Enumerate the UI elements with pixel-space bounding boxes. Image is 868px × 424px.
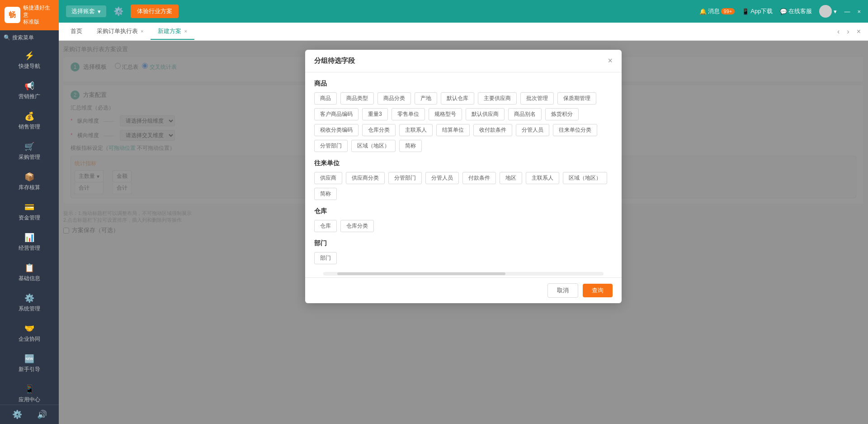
field-tag-税收分类编码[interactable]: 税收分类编码 — [314, 124, 359, 136]
modal-close-btn[interactable]: × — [608, 56, 613, 66]
topbar: 选择账套 ▾ ⚙️ 体验行业方案 🔔 消息 99+ 📱 App下载 💬 在线客服 — [59, 0, 868, 23]
sidebar-search[interactable]: 🔍 搜索菜单 — [0, 30, 59, 45]
sidebar-item-cooperation[interactable]: 🤝 企业协同 — [0, 318, 59, 348]
field-tag-规格型号[interactable]: 规格型号 — [429, 108, 462, 120]
main-content: 选择账套 ▾ ⚙️ 体验行业方案 🔔 消息 99+ 📱 App下载 💬 在线客服 — [59, 0, 868, 424]
field-group-warehouse-title: 仓库 — [314, 207, 613, 215]
field-group-warehouse: 仓库 仓库 仓库分类 — [314, 207, 613, 232]
field-tag-商品[interactable]: 商品 — [314, 92, 337, 105]
field-tag-付款条件[interactable]: 付款条件 — [462, 172, 496, 184]
tab-ctrl-prev[interactable]: ‹ — [835, 27, 842, 37]
confirm-button[interactable]: 查询 — [583, 284, 613, 297]
field-tag-重量3[interactable]: 重量3 — [362, 108, 388, 120]
sidebar-item-quick-nav[interactable]: ⚡ 快捷导航 — [0, 45, 59, 76]
field-tag-分管人员[interactable]: 分管人员 — [516, 124, 549, 136]
finance-icon: 💳 — [24, 202, 34, 212]
field-tag-商品别名[interactable]: 商品别名 — [508, 108, 542, 120]
field-tag-仓库[interactable]: 仓库 — [314, 220, 337, 232]
notification-area[interactable]: 🔔 消息 99+ — [699, 7, 735, 15]
field-tag-商品分类[interactable]: 商品分类 — [377, 92, 411, 105]
cancel-button[interactable]: 取消 — [547, 283, 578, 298]
field-tags-warehouse: 仓库 仓库分类 — [314, 220, 613, 232]
field-tag-部门[interactable]: 部门 — [314, 252, 337, 264]
sidebar-item-finance[interactable]: 💳 资金管理 — [0, 197, 59, 227]
sidebar-item-sales[interactable]: 💰 销售管理 — [0, 106, 59, 136]
cooperation-icon: 🤝 — [24, 324, 34, 333]
field-tags-product: 商品 商品类型 商品分类 产地 默认仓库 主要供应商 批次管理 保质期管理 客户… — [314, 92, 613, 152]
tab-ctrl-next[interactable]: › — [844, 27, 852, 37]
sidebar-item-apps[interactable]: 📱 应用中心 — [0, 379, 59, 405]
topbar-dropdown[interactable]: 选择账套 ▾ — [66, 5, 106, 17]
field-tag-客户商品编码[interactable]: 客户商品编码 — [314, 108, 359, 120]
field-tag-分管部门2[interactable]: 分管部门 — [388, 172, 422, 184]
tab-new-plan[interactable]: 新建方案 × — [151, 24, 194, 40]
field-tag-结算单位[interactable]: 结算单位 — [436, 124, 470, 136]
topbar-right: 🔔 消息 99+ 📱 App下载 💬 在线客服 ▾ — × — [699, 5, 861, 18]
window-close-icon[interactable]: × — [857, 8, 861, 15]
tab-home[interactable]: 首页 — [63, 24, 90, 40]
field-tag-仓库分类2[interactable]: 仓库分类 — [340, 220, 374, 232]
field-tag-供应商[interactable]: 供应商 — [314, 172, 342, 184]
search-label: 搜索菜单 — [12, 34, 34, 42]
field-tag-简称2[interactable]: 简称 — [314, 188, 337, 200]
app-download[interactable]: 📱 App下载 — [742, 7, 773, 15]
window-minimize-icon[interactable]: — — [844, 8, 850, 15]
audio-icon[interactable]: 🔊 — [37, 410, 47, 419]
chevron-down-icon: ▾ — [98, 8, 101, 15]
field-group-product-title: 商品 — [314, 80, 613, 88]
field-tag-主联系人2[interactable]: 主联系人 — [526, 172, 559, 184]
sidebar-item-system[interactable]: ⚙️ 系统管理 — [0, 288, 59, 318]
operations-label: 经营管理 — [19, 244, 40, 252]
field-tag-商品类型[interactable]: 商品类型 — [340, 92, 374, 105]
sidebar-item-inventory[interactable]: 📦 库存核算 — [0, 167, 59, 197]
online-service-label: 在线客服 — [788, 7, 812, 15]
field-tag-批次管理[interactable]: 批次管理 — [520, 92, 554, 105]
sidebar-item-purchase[interactable]: 🛒 采购管理 — [0, 136, 59, 167]
field-tag-仓库分类[interactable]: 仓库分类 — [362, 124, 396, 136]
field-tags-department: 部门 — [314, 252, 613, 264]
field-tag-主要供应商[interactable]: 主要供应商 — [478, 92, 517, 105]
field-tag-分管人员2[interactable]: 分管人员 — [425, 172, 459, 184]
field-tag-往来单位分类[interactable]: 往来单位分类 — [553, 124, 597, 136]
finance-label: 资金管理 — [19, 214, 40, 222]
field-tag-地区[interactable]: 地区 — [500, 172, 522, 184]
field-tag-主联系人[interactable]: 主联系人 — [399, 124, 433, 136]
logo-icon: 畅 — [5, 7, 20, 23]
field-tag-炼货积分[interactable]: 炼货积分 — [545, 108, 579, 120]
field-tag-默认供应商[interactable]: 默认供应商 — [466, 108, 505, 120]
field-tag-区域地区1[interactable]: 区域（地区） — [351, 140, 396, 152]
tab-new-plan-close[interactable]: × — [184, 29, 187, 34]
settings-bottom-icon[interactable]: ⚙️ — [12, 410, 22, 419]
sidebar-item-marketing[interactable]: 📢 营销推广 — [0, 76, 59, 106]
tab-purchase-exec[interactable]: 采购订单执行表 × — [90, 24, 151, 40]
sidebar-item-basics[interactable]: 📋 基础信息 — [0, 257, 59, 288]
modal-hscroll[interactable] — [323, 272, 604, 276]
field-tag-收付款条件[interactable]: 收付款条件 — [473, 124, 512, 136]
field-tag-分管部门[interactable]: 分管部门 — [314, 140, 348, 152]
field-tag-供应商分类[interactable]: 供应商分类 — [346, 172, 385, 184]
field-tag-零售单位[interactable]: 零售单位 — [392, 108, 425, 120]
modal-header: 分组待选字段 × — [305, 50, 622, 72]
inventory-label: 库存核算 — [19, 184, 40, 191]
quick-nav-label: 快捷导航 — [19, 62, 40, 70]
field-tag-产地[interactable]: 产地 — [415, 92, 437, 105]
purchase-icon: 🛒 — [24, 142, 34, 152]
field-tag-简称1[interactable]: 简称 — [399, 140, 422, 152]
tab-ctrl-close-all[interactable]: × — [854, 27, 863, 37]
field-tag-区域地区2[interactable]: 区域（地区） — [563, 172, 607, 184]
online-service[interactable]: 💬 在线客服 — [780, 7, 812, 15]
logo-line1: 畅捷通好生意 — [23, 5, 54, 19]
topbar-settings-icon[interactable]: ⚙️ — [113, 6, 123, 16]
field-tag-保质期管理[interactable]: 保质期管理 — [557, 92, 596, 105]
tab-purchase-exec-close[interactable]: × — [141, 29, 143, 34]
topbar-user[interactable]: ▾ — [819, 5, 837, 18]
basics-icon: 📋 — [24, 263, 34, 273]
trial-btn[interactable]: 体验行业方案 — [131, 5, 179, 18]
field-tag-默认仓库[interactable]: 默认仓库 — [441, 92, 474, 105]
sidebar-item-operations[interactable]: 📊 经营管理 — [0, 227, 59, 257]
basics-label: 基础信息 — [19, 275, 40, 282]
page-area: 采购订单执行表方案设置 1 选择模板 汇总表 交叉统计表 2 方案配置 汇总维度… — [59, 41, 868, 424]
sidebar-nav: ⚡ 快捷导航 📢 营销推广 💰 销售管理 🛒 采购管理 📦 库存核算 💳 — [0, 45, 59, 405]
service-icon: 💬 — [780, 8, 787, 15]
sidebar-item-newbie[interactable]: 🆕 新手引导 — [0, 348, 59, 379]
